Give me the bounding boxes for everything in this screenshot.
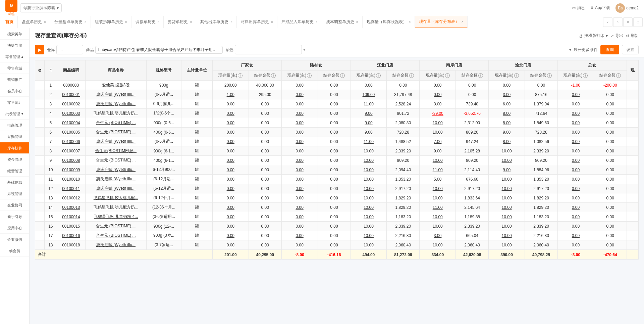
td-lu-stock[interactable]: 0.00 [281, 146, 318, 156]
user-avatar[interactable]: Ea demo2 [615, 3, 639, 13]
tab-transfer[interactable]: 调拨单历史 × [131, 16, 164, 28]
td-expand[interactable] [35, 109, 45, 118]
message-btn[interactable]: ✉ 消息 [572, 5, 585, 11]
td-code[interactable]: 00100011 [57, 184, 85, 193]
close-tab-icon[interactable]: × [85, 20, 87, 24]
td-total-stock[interactable]: 0.00 [558, 109, 594, 118]
td-na-stock[interactable]: 10.00 [420, 184, 456, 193]
sidebar-item-inventory[interactable]: 库存核算 [0, 142, 29, 154]
info-icon[interactable]: i [547, 73, 552, 78]
td-lu-stock[interactable]: 0.00 [281, 175, 318, 184]
td-jb-stock[interactable]: 11.00 [351, 99, 387, 109]
td-total-stock[interactable]: 0.00 [558, 146, 594, 156]
td-name[interactable]: 惠氏启赋 (Wyeth illu... [85, 90, 146, 99]
td-name[interactable]: 爱他美 卤族3段 [85, 81, 146, 90]
td-fac-stock[interactable]: 0.00 [212, 156, 249, 165]
td-jb-stock[interactable]: 10.00 [351, 222, 387, 231]
td-na-stock[interactable]: 11.00 [420, 165, 456, 175]
sidebar-item-ecommerce[interactable]: 电商管理 [0, 120, 29, 131]
td-na-stock[interactable]: 3.00 [420, 231, 456, 240]
tab-inventory-status[interactable]: 现存量（库存状况表） × [363, 16, 415, 28]
td-expand[interactable] [35, 118, 45, 128]
td-jb-stock[interactable]: 10.00 [351, 165, 387, 175]
sidebar-item-marketing[interactable]: 营销推广 [0, 74, 29, 85]
td-code[interactable]: 00100007 [57, 146, 85, 156]
td-total-stock[interactable]: 0.00 [558, 118, 594, 128]
td-code[interactable]: 00100016 [57, 231, 85, 240]
tab-other-out[interactable]: 其他出库单历史 × [196, 16, 237, 28]
sidebar-item-app-center[interactable]: 应用中心 [0, 222, 29, 234]
td-expand[interactable] [35, 156, 45, 165]
close-tab-icon[interactable]: × [316, 20, 318, 24]
td-jb-stock[interactable]: 10.00 [351, 175, 387, 184]
th-settings[interactable]: ⚙ [35, 60, 45, 81]
td-na-stock[interactable]: 0.00 [420, 90, 456, 99]
sidebar-item-member-pass[interactable]: 畅会员 [0, 245, 29, 257]
td-lu-stock[interactable]: 0.00 [281, 231, 318, 240]
sidebar-item-purchase[interactable]: 采购管理 [0, 131, 29, 142]
sidebar-item-retail-store[interactable]: 零售商城 [0, 62, 29, 74]
td-jb-stock[interactable]: 0.00 [351, 81, 387, 90]
td-lu-stock[interactable]: 0.00 [281, 203, 318, 212]
td-name[interactable]: 合生元 (BIOSTIME) ... [85, 118, 146, 128]
td-yb-stock[interactable]: 10.00 [489, 193, 525, 203]
td-jb-stock[interactable]: 9.00 [351, 128, 387, 137]
td-jb-stock[interactable]: 10.00 [351, 231, 387, 240]
close-tab-icon[interactable]: × [356, 20, 358, 24]
td-code[interactable]: 00100005 [57, 128, 85, 137]
td-jb-stock[interactable]: 10.00 [351, 156, 387, 165]
sidebar-item-enterprise-wechat[interactable]: 企业微信 [0, 234, 29, 245]
td-total-stock[interactable]: 0.00 [558, 184, 594, 193]
td-na-stock[interactable]: 10.00 [420, 240, 456, 250]
sidebar-item-search[interactable]: 搜索英单 [0, 28, 29, 40]
sidebar-item-retail-stats[interactable]: 零售统计 [0, 97, 29, 108]
td-total-stock[interactable]: 0.00 [558, 175, 594, 184]
td-yb-stock[interactable]: 8.00 [489, 109, 525, 118]
industry-select[interactable]: 母婴行业演示陈套 ▾ [20, 3, 62, 12]
td-jb-stock[interactable]: 10.00 [351, 203, 387, 212]
tab-order[interactable]: 要货单历史 × [164, 16, 196, 28]
sidebar-item-retail-mgmt[interactable]: 零售管理 ▲ [0, 51, 29, 62]
td-fac-stock[interactable]: 0.00 [212, 193, 249, 203]
td-name[interactable]: 惠氏启赋 (Wyeth illu... [85, 184, 146, 193]
td-total-stock[interactable]: 0.00 [558, 99, 594, 109]
td-expand[interactable] [35, 184, 45, 193]
print-btn[interactable]: 🖨 按模版打印 ▾ [579, 33, 608, 39]
close-tab-icon[interactable]: × [190, 20, 192, 24]
td-yb-stock[interactable]: 8.00 [489, 118, 525, 128]
td-code[interactable]: 00100004 [57, 118, 85, 128]
td-fac-stock[interactable]: 0.00 [212, 184, 249, 193]
td-na-stock[interactable]: 5.00 [420, 175, 456, 184]
td-name[interactable]: 飞鹤星飞帆 婴儿配方奶... [85, 109, 146, 118]
td-lu-stock[interactable]: 0.00 [281, 137, 318, 146]
td-jb-stock[interactable]: 10.00 [351, 212, 387, 222]
info-icon[interactable]: i [238, 73, 243, 78]
td-lu-stock[interactable]: 0.00 [281, 184, 318, 193]
td-expand[interactable] [35, 175, 45, 184]
td-yb-stock[interactable]: 0.00 [489, 81, 525, 90]
td-jb-stock[interactable]: 109.00 [351, 90, 387, 99]
td-code[interactable]: 00100009 [57, 165, 85, 175]
td-fac-stock[interactable]: 0.00 [212, 165, 249, 175]
td-na-stock[interactable]: 10.00 [420, 118, 456, 128]
td-lu-stock[interactable]: 0.00 [281, 81, 318, 90]
td-name[interactable]: 惠氏启赋 (Wyeth illu... [85, 240, 146, 250]
td-code[interactable]: 00100008 [57, 156, 85, 165]
td-total-stock[interactable]: 0.00 [558, 240, 594, 250]
close-tab-icon[interactable]: × [461, 20, 463, 24]
tab-assemble[interactable]: 组装拆卸单历史 × [91, 16, 131, 28]
td-yb-stock[interactable]: 9.00 [489, 165, 525, 175]
sidebar-item-enterprise-coop[interactable]: 企业协同 [0, 199, 29, 211]
td-fac-stock[interactable]: 0.00 [212, 240, 249, 250]
sidebar-item-basic-info[interactable]: 基础信息 [0, 177, 29, 188]
td-total-stock[interactable]: 0.00 [558, 165, 594, 175]
td-total-stock[interactable]: 0.00 [558, 222, 594, 231]
td-na-stock[interactable]: 10.00 [420, 193, 456, 203]
query-btn[interactable]: 查询 [600, 45, 619, 54]
td-yb-stock[interactable]: 10.00 [489, 146, 525, 156]
td-name[interactable]: 飞鹤星飞帆 儿童奶粉 4... [85, 212, 146, 222]
info-icon[interactable]: i [271, 73, 276, 78]
td-name[interactable]: 飞鹤星飞帆 较大婴儿配... [85, 193, 146, 203]
td-code[interactable]: 0000003 [57, 81, 85, 90]
td-lu-stock[interactable]: 0.00 [281, 165, 318, 175]
